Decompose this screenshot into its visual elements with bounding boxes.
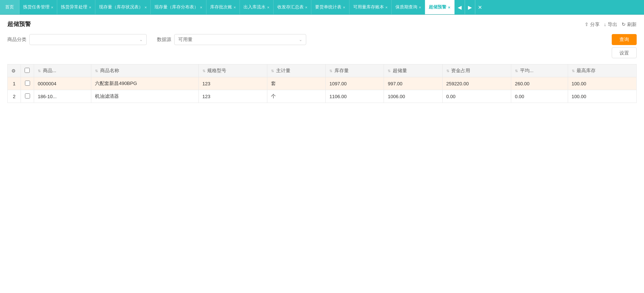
share-link[interactable]: ⇧ 分享 [585,21,600,28]
row-stock-1: 1106.00 [326,90,384,103]
nav-close-all[interactable]: ✕ [475,0,485,15]
row-avg-price-1: 0.00 [511,90,568,103]
top-navigation: 首页 拣货任务管理 × 拣货异常处理 × 现存量（库存状况表） × 现存量（库存… [0,0,644,15]
row-checkbox-1[interactable] [21,90,34,103]
th-settings[interactable]: ⚙ [8,64,21,77]
sort-icon-item-name: ⇅ [95,69,98,73]
nav-tab-label-5: 库存批次账 [210,4,232,10]
nav-tab-close-10[interactable]: × [419,5,421,10]
nav-tab-label-3: 现存量（库存状况表） [99,4,143,10]
header-actions: ⇧ 分享 ↓ 导出 ↻ 刷新 [585,21,637,28]
nav-tab-close-11[interactable]: × [448,5,450,10]
row-select-0[interactable] [25,81,30,86]
row-num-0: 1 [8,77,21,90]
nav-tab-close-5[interactable]: × [234,5,236,10]
nav-tab-5[interactable]: 库存批次账 × [206,0,240,15]
row-max-stock-1: 100.00 [568,90,636,103]
nav-tab-home[interactable]: 首页 [0,0,19,15]
nav-tab-6[interactable]: 出入库流水 × [240,0,273,15]
nav-tab-label-10: 保质期查询 [395,4,417,10]
th-checkbox[interactable] [21,64,34,77]
sort-icon-over-stock: ⇅ [388,69,391,73]
refresh-link[interactable]: ↻ 刷新 [622,21,637,28]
category-chevron-icon: ⌄ [139,37,143,42]
category-select[interactable]: ⌄ [29,34,147,45]
th-stock[interactable]: ⇅ 库存量 [326,64,384,77]
nav-prev-arrow[interactable]: ◀ [454,0,465,15]
nav-tab-7[interactable]: 收发存汇总表 × [274,0,311,15]
nav-tab-9[interactable]: 可用量库存账本 × [350,0,392,15]
th-item-name[interactable]: ⇅ 商品名称 [91,64,198,77]
row-spec-1: 123 [198,90,267,103]
row-unit-1: 个 [267,90,326,103]
refresh-icon: ↻ [622,22,626,27]
nav-tab-4[interactable]: 现存量（库存分布表） × [151,0,206,15]
nav-tab-3[interactable]: 现存量（库存状况表） × [95,0,151,15]
row-unit-0: 套 [267,77,326,90]
th-spec-label: 规格型号 [207,68,226,73]
nav-tab-2[interactable]: 拣货异常处理 × [57,0,95,15]
th-unit-label: 主计量 [276,68,290,73]
th-spec[interactable]: ⇅ 规格型号 [198,64,267,77]
row-item-name-1: 机油滤清器 [91,90,198,103]
category-filter-group: 商品分类 ⌄ [7,34,147,45]
nav-tab-close-6[interactable]: × [267,5,269,10]
nav-tab-close-7[interactable]: × [305,5,307,10]
th-item-name-label: 商品名称 [100,68,119,73]
row-avg-price-0: 260.00 [511,77,568,90]
datasource-chevron-icon: ⌄ [299,37,302,42]
export-label: 导出 [608,21,617,28]
nav-next-arrow[interactable]: ▶ [465,0,475,15]
row-num-1: 2 [8,90,21,103]
sort-icon-spec: ⇅ [202,69,205,73]
th-avg-price[interactable]: ⇅ 平均... [511,64,568,77]
row-item-name-0: 六配套新昌490BPG [91,77,198,90]
row-checkbox-0[interactable] [21,77,34,90]
row-item-code-0: 0000004 [34,77,91,90]
th-item-code-label: 商品... [43,68,56,73]
nav-tab-8[interactable]: 要货单统计表 × [311,0,349,15]
nav-tab-close-9[interactable]: × [385,5,388,10]
datasource-select[interactable]: 可用量 ⌄ [174,34,306,45]
row-over-stock-0: 997.00 [384,77,442,90]
select-all-checkbox[interactable] [25,68,30,73]
settings-button[interactable]: 设置 [612,47,637,58]
sort-icon-max-stock: ⇅ [572,69,575,73]
row-select-1[interactable] [25,93,30,99]
sort-icon-avg-price: ⇅ [515,69,518,73]
nav-tab-close-3[interactable]: × [144,5,147,10]
export-link[interactable]: ↓ 导出 [604,21,618,28]
nav-tab-close-1[interactable]: × [51,5,53,10]
th-item-code[interactable]: ⇅ 商品... [34,64,91,77]
nav-tab-close-4[interactable]: × [200,5,202,10]
row-spec-0: 123 [198,77,267,90]
row-max-stock-0: 100.00 [568,77,636,90]
datasource-label: 数据源 [157,36,171,43]
share-label: 分享 [590,21,600,28]
sort-icon-stock: ⇅ [329,69,332,73]
sort-icon-capital: ⇅ [446,69,449,73]
category-label: 商品分类 [7,36,26,43]
nav-tab-11[interactable]: 超储预警 × [425,0,454,15]
query-button[interactable]: 查询 [612,34,637,45]
sort-icon-item-code: ⇅ [38,69,41,73]
th-max-stock[interactable]: ⇅ 最高库存 [568,64,636,77]
data-table: ⚙ ⇅ 商品... ⇅ 商品名称 ⇅ 规格型号 ⇅ [7,64,637,103]
th-unit[interactable]: ⇅ 主计量 [267,64,326,77]
refresh-label: 刷新 [627,21,637,28]
nav-tab-1[interactable]: 拣货任务管理 × [19,0,57,15]
nav-tab-label-8: 要货单统计表 [315,4,341,10]
nav-tab-10[interactable]: 保质期查询 × [392,0,425,15]
nav-tab-close-8[interactable]: × [343,5,345,10]
share-icon: ⇧ [585,22,589,27]
table-row: 1 0000004 六配套新昌490BPG 123 套 1097.00 997.… [8,77,637,90]
nav-tab-label-4: 现存量（库存分布表） [154,4,198,10]
nav-tab-close-2[interactable]: × [89,5,91,10]
nav-tab-label-1: 拣货任务管理 [23,4,50,10]
th-stock-label: 库存量 [334,68,349,73]
th-capital[interactable]: ⇅ 资金占用 [442,64,511,77]
nav-tab-label-7: 收发存汇总表 [277,4,304,10]
row-over-stock-1: 1006.00 [384,90,442,103]
th-over-stock[interactable]: ⇅ 超储量 [384,64,442,77]
nav-tab-label-6: 出入库流水 [244,4,266,10]
